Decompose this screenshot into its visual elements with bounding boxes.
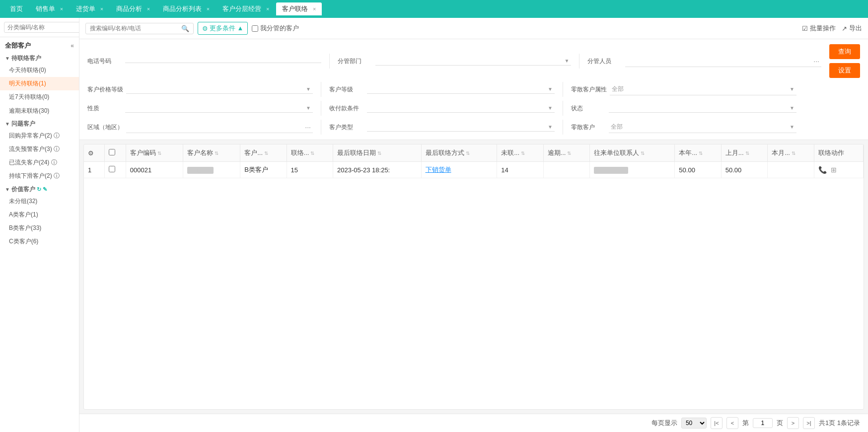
nav-product-analysis-close[interactable]: × xyxy=(147,6,150,12)
filter-row-1: 电话号码 分管部门 ▼ 分管人员 xyxy=(87,44,860,78)
nav-customer-tier-close[interactable]: × xyxy=(266,6,269,12)
sidebar-item-7days[interactable]: 近7天待联络(0) xyxy=(0,90,79,104)
th-last-month[interactable]: 上月...⇅ xyxy=(721,144,767,162)
filter-nature-select[interactable]: ▼ xyxy=(125,104,313,113)
search-input[interactable] xyxy=(90,25,179,32)
td-contact-person: ... xyxy=(589,162,674,178)
td-contact-count: 15 xyxy=(287,162,333,178)
sidebar-item-lost[interactable]: 已流失客户(24) ⓘ xyxy=(0,156,79,169)
nav-customer-contact[interactable]: 客户联络 × xyxy=(276,2,322,15)
row-checkbox[interactable] xyxy=(109,166,115,172)
select-all-checkbox[interactable] xyxy=(109,149,115,155)
sidebar-item-ungrouped[interactable]: 未分组(32) xyxy=(0,195,79,208)
last-method-link[interactable]: 下销货单 xyxy=(426,166,451,173)
th-overdue[interactable]: 逾期...⇅ xyxy=(543,144,589,162)
nav-customer-contact-close[interactable]: × xyxy=(313,6,316,12)
query-button[interactable]: 查询 xyxy=(829,44,860,59)
th-not-contacted[interactable]: 未联...⇅ xyxy=(497,144,543,162)
filter-dept-select[interactable]: ▼ xyxy=(375,57,572,66)
th-name[interactable]: 客户名称⇅ xyxy=(183,144,240,162)
my-customers-checkbox[interactable] xyxy=(252,25,258,32)
filter-region-label: 区域（地区） xyxy=(87,123,123,132)
nav-sales[interactable]: 销售单 × xyxy=(30,2,69,15)
sidebar-item-a-class[interactable]: A类客户(1) xyxy=(0,208,79,221)
sidebar-item-abnormal[interactable]: 回购异常客户(2) ⓘ xyxy=(0,129,79,143)
table-area: ⚙ 客户编码⇅ 客户名称⇅ 客户...⇅ 联络...⇅ 最后联络日期⇅ 最后联络… xyxy=(83,144,864,410)
toolbar-right: ☑ 批量操作 ↗ 导出 xyxy=(802,24,862,33)
my-customers-toggle[interactable]: 我分管的客户 xyxy=(252,24,299,33)
th-action: 联络动作 xyxy=(814,144,863,162)
divider-4 xyxy=(563,82,563,97)
set-button[interactable]: 设置 xyxy=(829,63,860,78)
nav-sales-close[interactable]: × xyxy=(60,6,63,12)
sidebar-item-b-class[interactable]: B类客户(33) xyxy=(0,221,79,235)
chevron-retail-c-icon: ▼ xyxy=(790,124,795,130)
td-last-method[interactable]: 下销货单 xyxy=(421,162,497,178)
filter-btn[interactable]: ⚙ 更多条件 ▲ xyxy=(198,22,248,35)
sidebar-group-problem[interactable]: 问题客户 xyxy=(0,118,79,129)
content-area: 🔍 ⚙ 更多条件 ▲ 我分管的客户 ☑ 批量操作 ↗ 导出 xyxy=(79,18,868,432)
filter-customer-grade-select[interactable]: ▼ xyxy=(367,85,555,94)
top-nav: 首页 销售单 × 进货单 × 商品分析 × 商品分析列表 × 客户分层经营 × … xyxy=(0,0,868,18)
th-last-method[interactable]: 最后联络方式⇅ xyxy=(421,144,497,162)
prev-page-btn[interactable]: < xyxy=(726,417,738,429)
filter-price-grade-select[interactable]: ▼ xyxy=(126,85,313,94)
sidebar-item-overdue[interactable]: 逾期未联络(30) xyxy=(0,104,79,118)
first-page-btn[interactable]: |< xyxy=(711,417,723,429)
toolbar-search: 🔍 xyxy=(85,23,194,34)
nav-purchase-close[interactable]: × xyxy=(100,6,103,12)
th-this-month[interactable]: 本月...⇅ xyxy=(768,144,814,162)
next-page-btn[interactable]: > xyxy=(787,417,799,429)
filter-region-select[interactable]: ··· xyxy=(126,122,313,133)
filter-phone-input[interactable] xyxy=(125,60,321,63)
filter-status-label: 状态 xyxy=(571,104,606,113)
sidebar-search-input[interactable] xyxy=(4,22,79,33)
filter-retail-customer-select[interactable]: 全部 ▼ xyxy=(609,121,796,133)
export-btn[interactable]: ↗ 导出 xyxy=(842,24,862,33)
action-phone-icon[interactable]: 📞 xyxy=(818,166,827,174)
collapse-icon[interactable]: « xyxy=(71,42,74,49)
filter-row-3: 性质 ▼ 收付款条件 ▼ 状态 xyxy=(87,101,860,116)
th-contact-count[interactable]: 联络...⇅ xyxy=(287,144,333,162)
td-checkbox[interactable] xyxy=(104,162,126,178)
sidebar-group-value[interactable]: 价值客户 ↻ ✎ xyxy=(0,183,79,195)
sidebar-item-today[interactable]: 今天待联络(0) xyxy=(0,64,79,77)
td-index: 1 xyxy=(84,162,104,178)
sidebar-item-tomorrow[interactable]: 明天待联络(1) xyxy=(0,77,79,90)
nav-product-analysis-list-close[interactable]: × xyxy=(207,6,210,12)
filter-customer-grade-label: 客户等级 xyxy=(329,85,364,94)
page-label: 第 xyxy=(742,419,749,428)
th-settings[interactable]: ⚙ xyxy=(84,144,104,162)
per-page-select[interactable]: 50 100 200 xyxy=(681,418,707,429)
batch-btn[interactable]: ☑ 批量操作 xyxy=(802,24,836,33)
nav-product-analysis-list[interactable]: 商品分析列表 × xyxy=(157,2,216,15)
sidebar-item-c-class[interactable]: C类客户(6) xyxy=(0,235,79,248)
th-code[interactable]: 客户编码⇅ xyxy=(126,144,183,162)
nav-product-analysis[interactable]: 商品分析 × xyxy=(110,2,156,15)
filter-person-select[interactable]: ··· xyxy=(625,56,821,67)
td-not-contacted: 14 xyxy=(497,162,543,178)
nav-purchase[interactable]: 进货单 × xyxy=(70,2,109,15)
filter-payment-select[interactable]: ▼ xyxy=(367,104,555,113)
sidebar-group-pending[interactable]: 待联络客户 xyxy=(0,52,79,64)
divider-8 xyxy=(563,120,563,135)
page-number-input[interactable] xyxy=(753,418,773,428)
filter-customer-type-select[interactable]: ▼ xyxy=(367,123,555,132)
sidebar-item-lostwarning[interactable]: 流失预警客户(3) ⓘ xyxy=(0,143,79,156)
td-code: 000021 xyxy=(126,162,183,178)
last-page-btn[interactable]: >| xyxy=(803,417,815,429)
chevron-down-icon: ▼ xyxy=(564,58,569,64)
nav-home[interactable]: 首页 xyxy=(4,2,29,15)
th-last-date[interactable]: 最后联络日期⇅ xyxy=(333,144,421,162)
sidebar-item-declining[interactable]: 持续下滑客户(2) ⓘ xyxy=(0,169,79,183)
action-grid-icon[interactable]: ⊞ xyxy=(831,166,837,174)
filter-retail-attr-select[interactable]: 全部 ▼ xyxy=(610,83,796,95)
filter-status-select[interactable]: ▼ xyxy=(609,104,796,113)
th-contact-person[interactable]: 往来单位联系人⇅ xyxy=(589,144,674,162)
nav-customer-tier[interactable]: 客户分层经营 × xyxy=(217,2,275,15)
th-checkbox[interactable] xyxy=(104,144,126,162)
th-this-year[interactable]: 本年...⇅ xyxy=(675,144,721,162)
search-icon[interactable]: 🔍 xyxy=(181,25,189,32)
th-type[interactable]: 客户...⇅ xyxy=(240,144,287,162)
sidebar-all-customers[interactable]: 全部客户 « xyxy=(0,37,79,52)
